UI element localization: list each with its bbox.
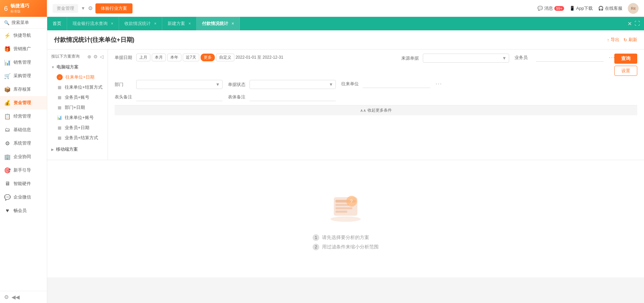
sidebar-item-operation[interactable]: 📋经营管理 (0, 110, 47, 123)
sidebar-item-marketing[interactable]: 🎁营销推广 (0, 42, 47, 56)
filter-settings-button[interactable]: 设置 (614, 66, 637, 76)
svg-rect-3 (335, 204, 349, 206)
partner-payment-label: 往来单位+结算方式 (65, 84, 103, 90)
scheme-item-staff-date[interactable]: ▦ 业务员+日期 (47, 123, 108, 133)
sidebar-item-sales[interactable]: 📊销售管理 (0, 56, 47, 69)
hardware-label: 智能硬件 (13, 181, 31, 187)
staff-input[interactable] (536, 54, 604, 62)
bill-status-select[interactable] (250, 80, 336, 89)
bill-status-select-wrap: ▼ (250, 80, 336, 89)
sidebar-search[interactable]: 🔍 搜索菜单 (0, 17, 47, 29)
empty-tip-2: 2 用过滤条件来缩小分析范围 (313, 244, 379, 250)
header-note-label: 表头备注 (115, 94, 134, 100)
scheme-item-dept-date[interactable]: ▦ 部门+日期 (47, 102, 108, 113)
tab-payment-stats[interactable]: 付款情况统计 × (197, 17, 240, 30)
filter-row-1: 单据日期 上月 本月 本年 近7天 更多 自定义 2022-01-01 至 20… (115, 54, 637, 76)
sidebar-item-hardware[interactable]: 🖥智能硬件 (0, 177, 47, 190)
marketing-icon: 🎁 (4, 46, 11, 52)
scheme-item-partner-account[interactable]: 📊 往来单位+账号 (47, 113, 108, 123)
tab-payment-stats-close[interactable]: × (232, 21, 234, 26)
pc-group-label: 电脑端方案 (57, 64, 79, 70)
scheme-settings-icon[interactable]: ⚙ (93, 54, 98, 59)
source-bill-select[interactable] (423, 54, 509, 63)
body-note-input[interactable] (250, 93, 336, 101)
partner-payment-icon: ▦ (57, 85, 62, 90)
sidebar-item-purchase[interactable]: 🛒采购管理 (0, 69, 47, 83)
app-download-label: App下载 (576, 5, 593, 11)
tab-new-scheme[interactable]: 新建方案 × (162, 17, 197, 30)
bill-date-label: 单据日期 (115, 55, 134, 61)
date-btn-last-7-days[interactable]: 近7天 (183, 54, 199, 61)
tab-new-scheme-close[interactable]: × (188, 21, 191, 26)
sidebar-item-enterprise[interactable]: 🏢企业协同 (0, 150, 47, 163)
tab-home[interactable]: 首页 (47, 17, 67, 30)
date-btn-more[interactable]: 更多 (201, 54, 215, 61)
query-button[interactable]: 查询 (614, 54, 637, 64)
online-service-btn[interactable]: 🎧 在线客服 (598, 5, 622, 11)
tip-2-text: 用过滤条件来缩小分析范围 (322, 244, 379, 250)
sidebar-item-finance[interactable]: 💰资金管理 (0, 96, 47, 110)
scheme-item-partner-payment[interactable]: ▦ 往来单位+结算方式 (47, 82, 108, 92)
tab-receipt-stats[interactable]: 收款情况统计 × (119, 17, 162, 30)
date-btn-last-month[interactable]: 上月 (136, 54, 150, 61)
scheme-group-mobile-title[interactable]: ▶ 移动端方案 (47, 144, 108, 154)
expand-icon[interactable]: ⛶ (635, 21, 640, 27)
pc-group-arrow: ▼ (51, 65, 55, 69)
collapse-icon[interactable]: ◀◀ (11, 294, 20, 300)
staff-label: 业务员 (515, 55, 533, 61)
export-button[interactable]: ↑ 导出 (607, 37, 620, 43)
scheme-sidebar-title: 按以下方案查询 (51, 54, 80, 59)
tab-receipt-stats-close[interactable]: × (154, 21, 156, 26)
tab-new-scheme-label: 新建方案 (168, 21, 185, 27)
partner-dots[interactable]: ··· (436, 81, 442, 87)
scheme-collapse-icon[interactable]: ◁ (100, 54, 104, 59)
partner-input[interactable] (363, 80, 430, 88)
trial-button[interactable]: 体验行业方案 (95, 3, 133, 13)
main-content: 付款情况统计(往来单位+日期) ↑ 导出 ↻ 刷新 (47, 30, 644, 303)
sidebar-logo: 6 畅捷通巧 标准版 (0, 0, 47, 17)
scheme-item-staff-payment[interactable]: ▦ 业务员+结算方式 (47, 133, 108, 143)
sidebar-item-wechat[interactable]: 💬企业微信 (0, 190, 47, 204)
topbar-right: 💬 消息 99+ 📱 App下载 🎧 在线客服 Rit (537, 3, 639, 14)
app-download-btn[interactable]: 📱 App下载 (569, 5, 593, 11)
sidebar-item-quick-nav[interactable]: ⚡快捷导航 (0, 29, 47, 42)
messages-btn[interactable]: 💬 消息 99+ (537, 5, 564, 11)
operation-icon: 📋 (4, 113, 11, 120)
refresh-button[interactable]: ↻ 刷新 (623, 37, 637, 43)
sidebar-item-basic[interactable]: 🗂基础信息 (0, 123, 47, 137)
user-avatar[interactable]: Rit (628, 3, 639, 14)
basic-label: 基础信息 (13, 127, 31, 133)
dept-select[interactable] (136, 80, 223, 89)
tab-bank-flow-label: 现金银行流水查询 (72, 21, 108, 27)
online-service-label: 在线客服 (605, 5, 622, 11)
staff-date-label: 业务员+日期 (65, 125, 89, 131)
member-label: 畅会员 (13, 208, 27, 214)
sidebar-item-member[interactable]: ♥畅会员 (0, 204, 47, 217)
tab-bank-flow-close[interactable]: × (111, 21, 113, 26)
tab-bank-flow[interactable]: 现金银行流水查询 × (67, 17, 119, 30)
date-btn-this-month[interactable]: 本月 (152, 54, 166, 61)
settings-icon[interactable]: ⚙ (4, 294, 9, 300)
partner-account-icon: 📊 (57, 115, 62, 120)
scheme-group-pc-title[interactable]: ▼ 电脑端方案 (47, 62, 108, 72)
scheme-item-partner-date[interactable]: ○ 往来单位+日期 (47, 72, 108, 82)
collapse-bar[interactable]: ∧∧ 收起更多条件 (115, 105, 637, 115)
date-btn-custom[interactable]: 自定义 (216, 54, 234, 61)
filter-row-2: 部门 ▼ 单据状态 (115, 80, 637, 89)
partner-label: 往来单位 (341, 81, 360, 87)
sidebar-item-inventory[interactable]: 📦库存核算 (0, 83, 47, 96)
scheme-add-icon[interactable]: ⊕ (87, 54, 91, 59)
topbar-settings-icon[interactable]: ⚙ (88, 5, 93, 11)
scheme-item-staff-account[interactable]: ▦ 业务员+账号 (47, 92, 108, 102)
date-btn-this-year[interactable]: 本年 (167, 54, 181, 61)
filter-actions: 查询 设置 (614, 54, 637, 76)
sidebar-item-system[interactable]: ⚙系统管理 (0, 137, 47, 150)
header-note-input[interactable] (136, 93, 223, 101)
operation-label: 经营管理 (13, 113, 31, 119)
close-all-tabs-icon[interactable]: ✕ (627, 21, 632, 27)
export-icon: ↑ (607, 37, 610, 42)
logo-icon: 6 (4, 5, 8, 12)
guide-icon: 🎯 (4, 167, 11, 174)
sidebar-item-guide[interactable]: 🎯新手引导 (0, 163, 47, 177)
inventory-label: 库存核算 (13, 86, 31, 92)
